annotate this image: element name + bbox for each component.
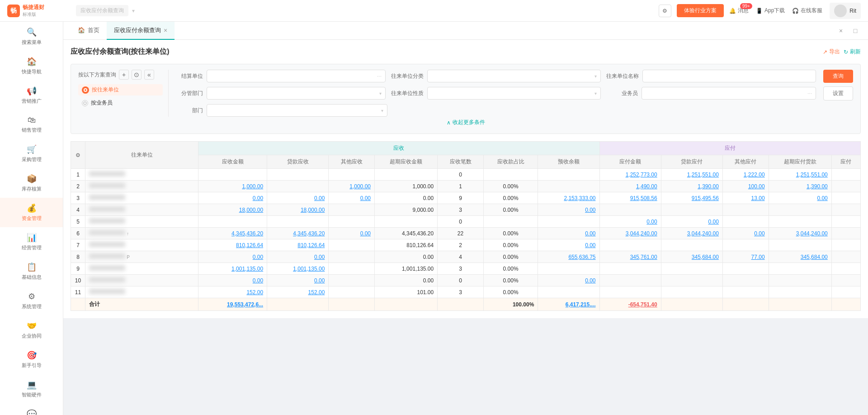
content-area: 🏠 首页 应收应付余额查询 × × □ 应收应付余额查询(按往来单位) xyxy=(63,22,868,415)
data-table: ⚙ 往来单位 应收 应付 应收金额 贷款应收 其他应收 超期应收金额 xyxy=(71,141,861,311)
footer-other-receivable xyxy=(329,298,375,311)
user-area[interactable]: Rit xyxy=(830,3,861,19)
table-row: 30.000.000.000.0090.00%2,153,333.00915,5… xyxy=(71,192,861,204)
dept-input[interactable]: ▾ xyxy=(207,87,386,100)
user-name: Rit xyxy=(849,8,856,14)
unit-nature-chevron: ▾ xyxy=(594,91,597,96)
logo-area: 畅 畅捷通财 标准版 xyxy=(7,4,71,18)
breadcrumb-arrow: ▾ xyxy=(132,8,135,14)
settlement-unit-input[interactable]: ··· xyxy=(207,70,386,82)
footer-payable-end xyxy=(831,298,860,311)
svg-point-1 xyxy=(85,89,86,91)
th-overdue-receivable: 超期应收金额 xyxy=(374,155,437,169)
field-settlement-label: 结算单位 xyxy=(176,72,203,80)
footer-receivable-amt[interactable]: 19,553,472,6... xyxy=(198,298,267,311)
scheme-collapse-btn[interactable]: « xyxy=(144,70,154,80)
sidebar-item-7[interactable]: 📊经营管理 xyxy=(0,227,63,257)
footer-other-payable xyxy=(722,298,769,311)
unit-category-chevron: ▾ xyxy=(594,74,597,79)
search-area: 按以下方案查询 + ⊙ « 按往来单位 xyxy=(71,64,861,134)
page-inner: 应收应付余额查询(按往来单位) ↗ 导出 ↻ 刷新 xyxy=(63,40,868,318)
sidebar-item-11[interactable]: 🎯新手引导 xyxy=(0,345,63,374)
footer-prepaid[interactable]: 6,417,215.... xyxy=(538,298,599,311)
unit-nature-input[interactable]: ▾ xyxy=(427,87,601,100)
tab-close-btn[interactable]: × xyxy=(164,27,167,34)
sidebar-items: 🔍搜索菜单🏠快捷导航📢营销推广🛍销售管理🛒采购管理📦库存核算💰资金管理📊经营管理… xyxy=(0,22,63,415)
query-button[interactable]: 查询 xyxy=(823,70,853,83)
th-loan-receivable: 贷款应收 xyxy=(267,155,329,169)
filter-salesman-label: 按业务员 xyxy=(91,99,113,107)
sidebar-item-0[interactable]: 🔍搜索菜单 xyxy=(0,22,63,51)
settlement-dots: ··· xyxy=(377,73,382,79)
scheme-settings-btn[interactable]: ⊙ xyxy=(132,70,142,80)
field-unit-name-label: 往来单位名称 xyxy=(606,72,639,80)
notification-button[interactable]: 🔔 消息 99+ xyxy=(729,7,749,14)
page-header: 应收应付余额查询(按往来单位) ↗ 导出 ↻ 刷新 xyxy=(71,47,861,57)
more-conditions-btn[interactable]: ∧ 收起更多条件 xyxy=(78,117,853,128)
table-row: 101,252,773.001,251,551.001,222.001,251,… xyxy=(71,169,861,181)
sidebar-label-6: 资金管理 xyxy=(22,215,42,222)
filter-dot-inactive xyxy=(82,100,88,106)
page-content: 应收应付余额查询(按往来单位) ↗ 导出 ↻ 刷新 xyxy=(63,40,868,415)
online-service-label: 在线客服 xyxy=(801,7,822,14)
th-receivable-amt: 应收金额 xyxy=(198,155,267,169)
trial-button[interactable]: 体验行业方案 xyxy=(677,4,724,17)
th-payable-amt: 应付金额 xyxy=(599,155,661,169)
window-max-btn[interactable]: □ xyxy=(850,25,861,36)
sidebar-item-12[interactable]: 💻智能硬件 xyxy=(0,374,63,404)
app-download-link[interactable]: 📱 App下载 xyxy=(756,7,785,14)
tab-home[interactable]: 🏠 首页 xyxy=(71,22,107,40)
filter-by-salesman[interactable]: 按业务员 xyxy=(78,97,163,109)
filter-row-1: 结算单位 ··· 往来单位分类 ▾ xyxy=(176,70,816,82)
tab-current[interactable]: 应收应付余额查询 × xyxy=(107,22,175,40)
service-icon: 🎧 xyxy=(792,8,799,14)
filter-by-unit[interactable]: 按往来单位 xyxy=(78,84,163,95)
sidebar-icon-12: 💻 xyxy=(27,380,37,390)
sidebar-icon-3: 🛍 xyxy=(28,115,36,125)
sidebar-item-3[interactable]: 🛍销售管理 xyxy=(0,110,63,139)
add-scheme-btn[interactable]: + xyxy=(119,70,129,80)
sidebar-item-4[interactable]: 🛒采购管理 xyxy=(0,139,63,168)
field-salesman: 业务员 ··· xyxy=(606,87,816,100)
sidebar-item-5[interactable]: 📦库存核算 xyxy=(0,168,63,198)
refresh-button[interactable]: ↻ 刷新 xyxy=(844,48,861,56)
sidebar-label-3: 销售管理 xyxy=(22,127,42,134)
unit-cell: P xyxy=(85,251,198,263)
sidebar-item-13[interactable]: 💬企业微信 xyxy=(0,404,63,415)
user-avatar xyxy=(834,5,847,17)
sidebar-label-12: 智能硬件 xyxy=(22,391,42,398)
header-actions: ↗ 导出 ↻ 刷新 xyxy=(823,48,861,56)
sidebar-item-6[interactable]: 💰资金管理 xyxy=(0,198,63,227)
sidebar-item-1[interactable]: 🏠快捷导航 xyxy=(0,51,63,81)
unit-category-input[interactable]: ▾ xyxy=(427,70,601,82)
footer-count xyxy=(438,298,484,311)
window-close-btn[interactable]: × xyxy=(835,25,846,36)
more-conditions-icon: ∧ xyxy=(447,119,451,126)
sidebar-icon-2: 📢 xyxy=(27,86,37,96)
table-settings-icon[interactable]: ⚙ xyxy=(75,152,80,158)
breadcrumb-area: 应收应付余额查询 ▾ xyxy=(76,5,653,16)
app-download-label: App下载 xyxy=(764,7,785,14)
th-settings[interactable]: ⚙ xyxy=(71,142,85,169)
sidebar-icon-4: 🛒 xyxy=(27,144,37,154)
th-loan-payable: 贷款应付 xyxy=(661,155,722,169)
sidebar-item-8[interactable]: 📋基础信息 xyxy=(0,257,63,286)
sub-dept-input[interactable]: ▾ xyxy=(207,104,387,117)
export-button[interactable]: ↗ 导出 xyxy=(823,48,840,56)
sidebar-label-11: 新手引导 xyxy=(22,362,42,369)
footer-payable-amt[interactable]: -654,751.40 xyxy=(599,298,661,311)
sidebar-item-9[interactable]: ⚙系统管理 xyxy=(0,286,63,315)
salesman-input[interactable]: ··· xyxy=(642,87,816,100)
unit-name-input[interactable] xyxy=(642,70,816,82)
top-right-area: 🔔 消息 99+ 📱 App下载 🎧 在线客服 Rit xyxy=(729,3,861,19)
filter-dot-active xyxy=(82,86,89,94)
filter-fields-panel: 结算单位 ··· 往来单位分类 ▾ xyxy=(176,70,816,117)
unit-cell xyxy=(85,286,198,298)
sidebar-item-10[interactable]: 🤝企业协同 xyxy=(0,315,63,345)
field-dept-label: 分管部门 xyxy=(176,90,203,97)
gear-button[interactable]: ⚙ xyxy=(659,5,671,17)
online-service-link[interactable]: 🎧 在线客服 xyxy=(792,7,822,14)
table-row: 91,001,135.001,001,135.001,001,135.0030.… xyxy=(71,263,861,275)
sidebar-item-2[interactable]: 📢营销推广 xyxy=(0,81,63,110)
setting-button[interactable]: 设置 xyxy=(823,86,853,100)
